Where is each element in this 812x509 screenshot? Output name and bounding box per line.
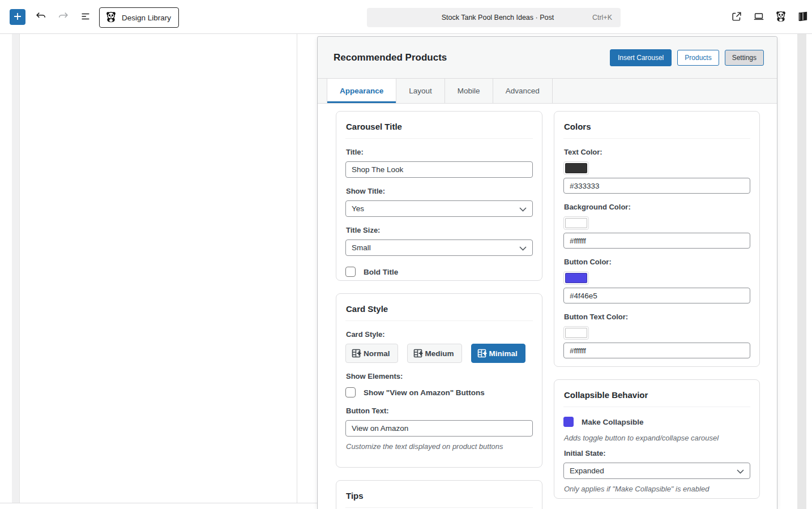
shortcut-hint: Ctrl+K (592, 14, 621, 22)
swatch-fill (565, 328, 587, 338)
title-size-select[interactable]: Small (345, 239, 533, 256)
button-color-input[interactable] (563, 288, 750, 303)
initial-state-help: Only applies if "Make Collapsible" is en… (564, 485, 750, 493)
text-color-label: Text Color: (564, 148, 750, 156)
card-grid-icon (352, 349, 363, 358)
card-heading: Card Style (345, 303, 533, 321)
tab-layout[interactable]: Layout (396, 79, 445, 103)
page-scrollbar[interactable] (797, 34, 806, 509)
swatch-fill (565, 163, 587, 173)
panda-icon (105, 11, 117, 25)
add-block-button[interactable] (10, 9, 25, 25)
redo-button[interactable] (57, 10, 70, 24)
show-title-label: Show Title: (346, 187, 532, 195)
card-heading: Tips (345, 490, 533, 508)
canvas-right-border (297, 34, 297, 503)
assistant-button[interactable] (774, 10, 788, 24)
make-collapsible-row: Make Collapsible (563, 417, 750, 427)
show-amazon-buttons-checkbox[interactable] (345, 387, 356, 397)
panel-tabbar: Appearance Layout Mobile Advanced (318, 79, 777, 104)
card-grid-icon (477, 349, 489, 358)
card-style-label: Card Style: (346, 330, 532, 339)
carousel-title-card: Carousel Title Title: Show Title: Yes Ti… (336, 111, 542, 281)
button-text-color-field: Button Text Color: (563, 313, 750, 358)
command-palette[interactable]: Stock Tank Pool Bench Ideas · Post Ctrl+… (367, 8, 621, 27)
button-text-color-input[interactable] (563, 343, 750, 358)
tab-advanced[interactable]: Advanced (493, 79, 553, 103)
card-heading: Carousel Title (345, 121, 533, 139)
button-text-color-swatch[interactable] (563, 326, 589, 340)
library-panel-button[interactable] (796, 10, 810, 24)
editor-canvas-gutter (12, 34, 20, 503)
undo-button[interactable] (34, 10, 48, 24)
card-style-minimal-button[interactable]: Minimal (471, 344, 525, 363)
text-color-swatch[interactable] (563, 161, 589, 175)
insert-carousel-button[interactable]: Insert Carousel (610, 49, 672, 66)
show-elements-label: Show Elements: (346, 372, 532, 380)
title-input[interactable] (345, 161, 533, 178)
open-external-button[interactable] (730, 10, 743, 24)
panel-header: Recommended Products Insert Carousel Pro… (318, 37, 777, 79)
amazon-buttons-row: Show "View on Amazon" Buttons (345, 387, 533, 397)
card-grid-icon (413, 349, 425, 358)
button-color-swatch[interactable] (563, 271, 589, 285)
preview-device-button[interactable] (752, 10, 766, 24)
button-text-color-label: Button Text Color: (564, 313, 750, 321)
list-view-icon (79, 10, 92, 24)
button-text-input[interactable] (345, 420, 533, 437)
external-link-icon (730, 10, 743, 24)
title-label: Title: (346, 148, 532, 156)
show-amazon-buttons-label: Show "View on Amazon" Buttons (364, 388, 485, 397)
tips-card: Tips (336, 480, 542, 509)
products-button[interactable]: Products (677, 50, 719, 66)
bold-title-row: Bold Title (345, 267, 533, 277)
swatch-fill (565, 273, 587, 283)
button-color-label: Button Color: (564, 258, 750, 266)
design-library-button[interactable]: Design Library (99, 7, 179, 28)
panel-body: Carousel Title Title: Show Title: Yes Ti… (318, 104, 777, 509)
collapsible-behavior-card: Collapsible Behavior Make Collapsible Ad… (554, 379, 760, 499)
panda-icon (775, 10, 787, 24)
make-collapsible-label: Make Collapsible (582, 418, 644, 426)
laptop-icon (753, 10, 765, 24)
show-title-select[interactable]: Yes (345, 200, 533, 217)
tab-appearance[interactable]: Appearance (327, 79, 396, 103)
card-style-normal-button[interactable]: Normal (345, 344, 398, 363)
toolbar-right-icons (730, 10, 810, 24)
bold-title-label: Bold Title (364, 268, 398, 276)
button-text-help: Customize the text displayed on product … (346, 442, 532, 451)
text-color-input[interactable] (563, 178, 750, 194)
text-color-field: Text Color: (563, 148, 750, 194)
background-color-swatch[interactable] (563, 216, 589, 230)
title-size-label: Title Size: (346, 226, 532, 234)
make-collapsible-checkbox[interactable] (563, 417, 574, 427)
list-view-button[interactable] (79, 10, 92, 24)
editor-toolbar: Design Library Stock Tank Pool Bench Ide… (0, 0, 812, 34)
redo-icon (57, 10, 70, 24)
card-heading: Collapsible Behavior (563, 389, 750, 407)
card-style-card: Card Style Card Style: Normal Medium (336, 293, 542, 468)
design-library-label: Design Library (122, 14, 171, 22)
background-color-label: Background Color: (564, 203, 750, 211)
swatch-fill (565, 218, 587, 228)
card-heading: Colors (563, 121, 750, 139)
panel-title: Recommended Products (334, 52, 447, 63)
tab-mobile[interactable]: Mobile (445, 79, 493, 103)
panel-actions: Insert Carousel Products Settings (610, 49, 764, 66)
button-text-label: Button Text: (346, 407, 532, 415)
undo-icon (35, 10, 47, 24)
bold-title-checkbox[interactable] (345, 267, 356, 277)
background-color-input[interactable] (563, 233, 750, 249)
editor-footer-divider (0, 503, 317, 503)
plus-icon (12, 11, 23, 23)
card-style-medium-button[interactable]: Medium (407, 344, 462, 363)
settings-button[interactable]: Settings (725, 50, 764, 66)
stacked-pages-icon (797, 10, 809, 24)
colors-card: Colors Text Color: Background Color: But… (554, 111, 760, 367)
footer-breadcrumb-fragment (14, 506, 27, 509)
initial-state-select[interactable]: Expanded (563, 463, 750, 479)
recommended-products-panel: Recommended Products Insert Carousel Pro… (317, 36, 777, 509)
background-color-field: Background Color: (563, 203, 750, 249)
initial-state-label: Initial State: (564, 449, 750, 457)
collapsible-help: Adds toggle button to expand/collapse ca… (564, 434, 750, 442)
